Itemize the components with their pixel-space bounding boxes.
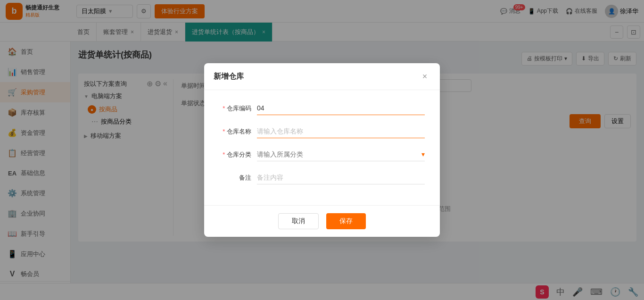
- remark-input[interactable]: [257, 171, 425, 184]
- add-warehouse-modal: 新增仓库 × * 仓库编码 * 仓库名称: [204, 63, 440, 237]
- modal-title: 新增仓库: [214, 72, 244, 82]
- code-input[interactable]: [257, 101, 425, 115]
- category-label: * 仓库分类: [219, 150, 257, 159]
- cancel-button[interactable]: 取消: [278, 213, 319, 229]
- modal-header: 新增仓库 ×: [204, 63, 440, 90]
- save-button[interactable]: 保存: [326, 213, 366, 229]
- required-star-2: *: [223, 128, 225, 135]
- form-row-code: * 仓库编码: [219, 101, 425, 115]
- category-select-wrapper: ▾: [257, 148, 425, 161]
- modal-close-button[interactable]: ×: [419, 71, 430, 82]
- modal-footer: 取消 保存: [204, 205, 440, 237]
- category-input[interactable]: [257, 148, 425, 161]
- required-star: *: [223, 105, 225, 112]
- name-label: * 仓库名称: [219, 127, 257, 136]
- modal-overlay: 新增仓库 × * 仓库编码 * 仓库名称: [0, 0, 644, 300]
- form-row-remark: 备注: [219, 171, 425, 184]
- form-row-name: * 仓库名称: [219, 125, 425, 138]
- form-row-category: * 仓库分类 ▾: [219, 148, 425, 161]
- name-input[interactable]: [257, 125, 425, 138]
- modal-body: * 仓库编码 * 仓库名称 * 仓库分类: [204, 90, 440, 205]
- required-star-3: *: [223, 151, 225, 158]
- remark-label: 备注: [219, 174, 257, 182]
- code-label: * 仓库编码: [219, 104, 257, 113]
